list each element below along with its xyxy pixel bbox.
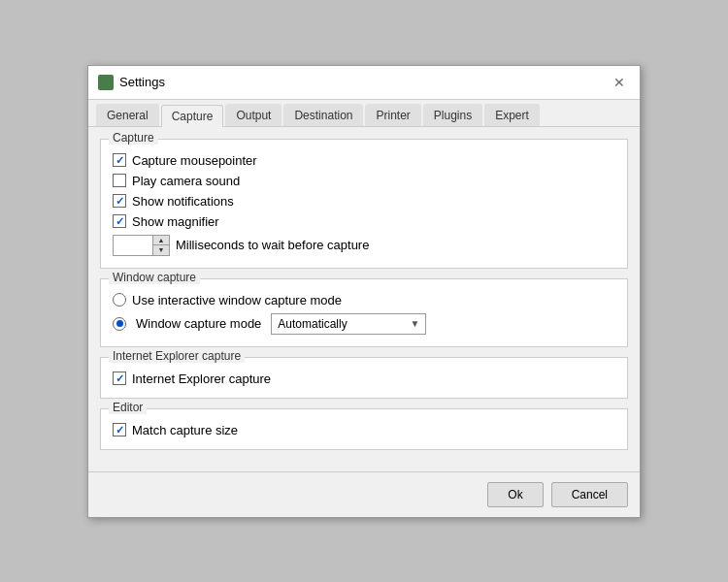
capture-section: Capture Capture mousepointer Play camera… — [100, 139, 628, 269]
capture-mousepointer-row: Capture mousepointer — [113, 153, 615, 168]
use-interactive-label: Use interactive window capture mode — [132, 293, 342, 307]
bottom-bar: Ok Cancel — [88, 471, 640, 517]
spinner-down-button[interactable]: ▼ — [153, 245, 169, 255]
tab-expert[interactable]: Expert — [484, 104, 540, 126]
app-icon — [98, 75, 114, 90]
editor-section-content: Match capture size — [113, 423, 615, 437]
tab-destination[interactable]: Destination — [283, 104, 363, 126]
spinner-up-button[interactable]: ▲ — [153, 236, 169, 245]
window-capture-mode-dropdown[interactable]: Automatically ▼ — [271, 313, 426, 335]
milliseconds-input[interactable]: 100 — [114, 237, 152, 254]
tab-printer[interactable]: Printer — [365, 104, 420, 126]
match-capture-size-label: Match capture size — [132, 423, 238, 437]
match-capture-size-checkbox[interactable] — [113, 423, 126, 436]
tab-bar: General Capture Output Destination Print… — [88, 100, 640, 127]
ie-capture-label: Internet Explorer capture — [132, 372, 271, 386]
show-notifications-label: Show notifications — [132, 194, 234, 209]
tab-capture[interactable]: Capture — [161, 105, 224, 127]
milliseconds-spinner: 100 ▲ ▼ — [113, 235, 170, 256]
capture-section-content: Capture mousepointer Play camera sound S… — [113, 153, 615, 256]
content-area: Capture Capture mousepointer Play camera… — [88, 127, 640, 471]
show-magnifier-checkbox[interactable] — [113, 214, 126, 228]
editor-section-label: Editor — [109, 401, 147, 414]
tab-plugins[interactable]: Plugins — [423, 104, 482, 126]
cancel-button[interactable]: Cancel — [551, 482, 628, 507]
ok-button[interactable]: Ok — [487, 482, 543, 507]
show-notifications-row: Show notifications — [113, 194, 615, 209]
settings-window: Settings ✕ General Capture Output Destin… — [87, 65, 641, 518]
ie-capture-checkbox[interactable] — [113, 372, 126, 385]
play-camera-sound-label: Play camera sound — [132, 174, 240, 188]
window-capture-section-content: Use interactive window capture mode Wind… — [113, 293, 615, 335]
capture-mousepointer-label: Capture mousepointer — [132, 153, 257, 168]
play-camera-sound-checkbox[interactable] — [113, 174, 126, 187]
ie-capture-section: Internet Explorer capture Internet Explo… — [100, 357, 628, 399]
use-interactive-row: Use interactive window capture mode — [113, 293, 615, 307]
close-button[interactable]: ✕ — [609, 72, 630, 93]
use-interactive-radio[interactable] — [113, 293, 126, 307]
window-capture-section: Window capture Use interactive window ca… — [100, 278, 628, 347]
capture-section-label: Capture — [109, 131, 158, 145]
window-capture-mode-radio[interactable] — [113, 317, 126, 331]
title-bar: Settings ✕ — [88, 66, 640, 100]
tab-output[interactable]: Output — [225, 104, 281, 126]
play-camera-sound-row: Play camera sound — [113, 174, 615, 188]
title-bar-left: Settings — [98, 75, 165, 90]
window-capture-section-label: Window capture — [109, 271, 200, 284]
milliseconds-row: 100 ▲ ▼ Milliseconds to wait before capt… — [113, 235, 615, 256]
match-capture-size-row: Match capture size — [113, 423, 615, 437]
ie-capture-section-content: Internet Explorer capture — [113, 372, 615, 386]
show-notifications-checkbox[interactable] — [113, 194, 126, 208]
ie-capture-section-label: Internet Explorer capture — [109, 349, 245, 363]
editor-section: Editor Match capture size — [100, 408, 628, 450]
spinner-arrows: ▲ ▼ — [152, 236, 169, 255]
dropdown-value: Automatically — [278, 317, 347, 331]
milliseconds-label: Milliseconds to wait before capture — [176, 238, 369, 252]
show-magnifier-row: Show magnifier — [113, 214, 615, 229]
window-title: Settings — [119, 75, 165, 89]
window-capture-mode-row: Window capture mode Automatically ▼ — [113, 313, 615, 335]
chevron-down-icon: ▼ — [410, 318, 419, 329]
capture-mousepointer-checkbox[interactable] — [113, 153, 126, 167]
ie-capture-row: Internet Explorer capture — [113, 372, 615, 386]
show-magnifier-label: Show magnifier — [132, 214, 219, 229]
window-capture-mode-label: Window capture mode — [136, 316, 261, 331]
tab-general[interactable]: General — [96, 104, 159, 126]
